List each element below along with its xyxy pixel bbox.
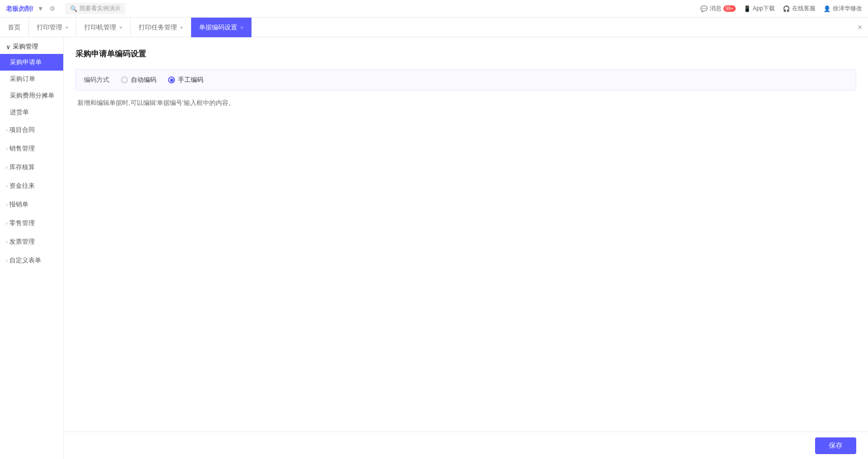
save-button[interactable]: 保存: [815, 437, 856, 454]
app-label: App下载: [753, 4, 775, 13]
encoding-label: 编码方式: [84, 76, 109, 84]
tab-printer-mgmt[interactable]: 打印机管理 ×: [76, 18, 130, 37]
app-download-button[interactable]: 📱 App下载: [744, 4, 775, 13]
sidebar-item-custom-form-arrow: ›: [6, 258, 7, 263]
tab-print-mgmt-close[interactable]: ×: [65, 25, 68, 30]
sidebar-item-invoice-mgmt[interactable]: › 发票管理: [0, 232, 63, 251]
sidebar-item-return-order[interactable]: › 报销单: [0, 195, 63, 214]
sidebar-item-sales-mgmt-arrow: ›: [6, 146, 7, 152]
msg-button[interactable]: 💬 消息 99+: [700, 4, 736, 13]
radio-auto[interactable]: 自动编码: [121, 76, 156, 84]
sidebar: ∨ 采购管理 采购申请单 采购订单 采购费用分摊单 进货单 › 项目合同 › 销…: [0, 37, 64, 459]
search-icon: 🔍: [70, 5, 77, 12]
top-bar-left: 老板勿削! ▼ ⚙ 🔍 我要看实例演示: [6, 3, 125, 14]
sidebar-item-project-contract-arrow: ›: [6, 128, 7, 133]
tab-print-mgmt-label: 打印管理: [37, 23, 62, 32]
sidebar-item-inventory-arrow: ›: [6, 165, 7, 170]
sidebar-item-capital-flow-label: 资金往来: [9, 181, 35, 190]
top-bar: 老板勿削! ▼ ⚙ 🔍 我要看实例演示 💬 消息 99+ 📱 App下载 🎧 在…: [0, 0, 868, 18]
sidebar-item-purchase-request[interactable]: 采购申请单: [0, 54, 63, 71]
tab-print-task-mgmt-close[interactable]: ×: [180, 25, 183, 30]
service-icon: 🎧: [783, 5, 790, 12]
sidebar-item-purchase-order[interactable]: 采购订单: [0, 71, 63, 87]
content-inner: 采购申请单编码设置 编码方式 自动编码 手工编码 新增和编: [64, 37, 868, 432]
encoding-form-row: 编码方式 自动编码 手工编码: [75, 69, 856, 91]
sidebar-item-stock-in-label: 进货单: [10, 108, 29, 116]
tab-barcode-settings[interactable]: 单据编码设置 ×: [191, 18, 251, 37]
settings-icon[interactable]: ⚙: [50, 5, 55, 12]
radio-auto-label: 自动编码: [131, 76, 156, 84]
main-layout: ∨ 采购管理 采购申请单 采购订单 采购费用分摊单 进货单 › 项目合同 › 销…: [0, 37, 868, 459]
sidebar-group-purchase-label: 采购管理: [13, 42, 38, 51]
bottom-bar: 保存: [64, 432, 868, 459]
tab-home-label: 首页: [8, 23, 21, 32]
sidebar-item-project-contract[interactable]: › 项目合同: [0, 121, 63, 139]
online-service-button[interactable]: 🎧 在线客服: [783, 4, 816, 13]
sidebar-item-inventory-label: 库存核算: [9, 163, 35, 172]
user-icon: 👤: [823, 5, 831, 12]
tab-barcode-settings-close[interactable]: ×: [240, 25, 243, 30]
sidebar-item-sales-mgmt-label: 销售管理: [9, 144, 35, 153]
sidebar-item-retail-mgmt[interactable]: › 零售管理: [0, 214, 63, 232]
user-label: 徐泽华修改: [833, 4, 862, 13]
tab-printer-mgmt-close[interactable]: ×: [119, 25, 122, 30]
user-menu[interactable]: 👤 徐泽华修改: [823, 4, 862, 13]
sidebar-item-purchase-order-label: 采购订单: [10, 75, 35, 82]
logo: 老板勿削!: [6, 4, 33, 13]
description-text: 新增和编辑单据时,可以编辑'单据编号'输入框中的内容。: [75, 99, 856, 107]
radio-manual[interactable]: 手工编码: [168, 76, 203, 84]
tab-bar: 首页 打印管理 × 打印机管理 × 打印任务管理 × 单据编码设置 × ×: [0, 18, 868, 37]
sidebar-item-custom-form[interactable]: › 自定义表单: [0, 251, 63, 270]
sidebar-item-project-contract-label: 项目合同: [9, 126, 35, 134]
tab-home[interactable]: 首页: [0, 18, 29, 37]
tab-bar-close-all[interactable]: ×: [858, 23, 862, 32]
sidebar-item-capital-flow[interactable]: › 资金往来: [0, 177, 63, 195]
sidebar-group-purchase-mgmt-title[interactable]: ∨ 采购管理: [0, 37, 63, 54]
sidebar-item-return-order-arrow: ›: [6, 202, 7, 207]
sidebar-item-retail-mgmt-arrow: ›: [6, 221, 7, 226]
sidebar-item-return-order-label: 报销单: [9, 200, 28, 209]
sidebar-group-purchase-arrow: ∨: [6, 43, 11, 51]
sidebar-item-custom-form-label: 自定义表单: [9, 256, 41, 265]
tab-print-mgmt[interactable]: 打印管理 ×: [29, 18, 76, 37]
sidebar-item-stock-in[interactable]: 进货单: [0, 104, 63, 121]
sidebar-item-invoice-mgmt-label: 发票管理: [9, 237, 35, 246]
sidebar-item-retail-mgmt-label: 零售管理: [9, 219, 35, 228]
msg-label: 消息: [710, 4, 721, 13]
sidebar-item-purchase-expense-label: 采购费用分摊单: [10, 92, 54, 99]
search-bar[interactable]: 🔍 我要看实例演示: [65, 3, 125, 14]
sidebar-item-purchase-request-label: 采购申请单: [10, 58, 42, 66]
sidebar-item-invoice-mgmt-arrow: ›: [6, 239, 7, 245]
tab-print-task-mgmt[interactable]: 打印任务管理 ×: [131, 18, 191, 37]
radio-group: 自动编码 手工编码: [121, 76, 203, 84]
msg-badge: 99+: [723, 5, 736, 12]
msg-icon: 💬: [700, 5, 708, 12]
dropdown-icon[interactable]: ▼: [37, 5, 44, 12]
sidebar-group-purchase-mgmt: ∨ 采购管理 采购申请单 采购订单 采购费用分摊单 进货单: [0, 37, 63, 121]
radio-manual-circle: [168, 76, 175, 83]
sidebar-item-sales-mgmt[interactable]: › 销售管理: [0, 139, 63, 158]
tab-barcode-settings-label: 单据编码设置: [199, 23, 237, 32]
radio-auto-circle: [121, 76, 128, 83]
search-text: 我要看实例演示: [79, 4, 121, 13]
tab-printer-mgmt-label: 打印机管理: [84, 23, 116, 32]
page-title: 采购申请单编码设置: [75, 49, 856, 59]
content-area: 采购申请单编码设置 编码方式 自动编码 手工编码 新增和编: [64, 37, 868, 459]
sidebar-item-capital-flow-arrow: ›: [6, 183, 7, 189]
tab-print-task-mgmt-label: 打印任务管理: [139, 23, 177, 32]
app-icon: 📱: [744, 5, 751, 12]
sidebar-item-purchase-expense[interactable]: 采购费用分摊单: [0, 87, 63, 104]
radio-manual-label: 手工编码: [178, 76, 203, 84]
sidebar-item-inventory[interactable]: › 库存核算: [0, 158, 63, 177]
top-bar-right: 💬 消息 99+ 📱 App下载 🎧 在线客服 👤 徐泽华修改: [700, 4, 862, 13]
service-label: 在线客服: [792, 4, 816, 13]
